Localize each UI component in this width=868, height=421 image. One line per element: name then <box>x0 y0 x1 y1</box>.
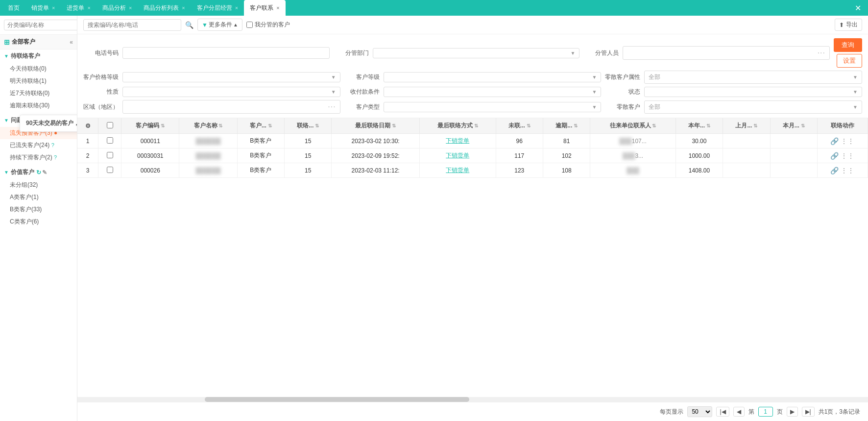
th-checkbox[interactable] <box>98 118 121 134</box>
th-contact[interactable]: 联络... <box>284 118 331 134</box>
th-last-contact-date[interactable]: 最后联络日期 <box>332 118 420 134</box>
th-code[interactable]: 客户编码 <box>121 118 179 134</box>
prev-page-btn[interactable]: ◀ <box>733 407 745 417</box>
data-table-container: ⚙ 客户编码 客户名称 客户... 联络... 最后联络日期 最后联络方式 未联… <box>77 118 868 397</box>
settings-btn[interactable]: 设置 <box>837 54 862 68</box>
value-refresh-icon[interactable]: ↻ <box>36 169 41 176</box>
payment-select[interactable]: ▼ <box>384 87 602 97</box>
tab-analysis-list-close[interactable]: × <box>182 5 185 11</box>
query-btn[interactable]: 查询 <box>834 38 862 52</box>
cell-type: B类客户 <box>237 163 284 178</box>
tab-contact-close[interactable]: × <box>276 5 279 11</box>
sidebar-item-declining[interactable]: 持续下滑客户(2) ? <box>0 151 77 164</box>
cell-last-contact-method[interactable]: 下销货单 <box>419 163 496 178</box>
sidebar-item-tomorrow[interactable]: 明天待联络(1) <box>0 75 77 87</box>
sidebar-item-7days[interactable]: 近7天待联络(0) <box>0 87 77 99</box>
sidebar-item-churned[interactable]: 已流失客户(24) ? <box>0 139 77 151</box>
more-conditions-btn[interactable]: ▼ 更多条件 ▲ <box>197 19 242 31</box>
price-tier-select[interactable]: ▼ <box>122 72 340 82</box>
cell-overdue: 81 <box>543 134 590 149</box>
cell-checkbox[interactable] <box>98 149 121 163</box>
cell-type: B类客户 <box>237 134 284 149</box>
status-select[interactable]: ▼ <box>644 87 862 97</box>
sidebar-group-pending[interactable]: ▼ 待联络客户 <box>0 50 77 63</box>
phone-input[interactable] <box>122 47 330 59</box>
sidebar-all-customers[interactable]: ⊞ 全部客户 « <box>0 35 77 50</box>
tab-sales-close[interactable]: × <box>52 5 55 11</box>
th-type[interactable]: 客户... <box>237 118 284 134</box>
sidebar-search-input[interactable] <box>4 20 77 30</box>
cell-checkbox[interactable] <box>98 163 121 178</box>
tab-analysis-list[interactable]: 商品分析列表 × <box>138 0 191 16</box>
per-page-select[interactable]: 50 100 200 <box>687 406 712 417</box>
price-tier-field: 客户价格等级 ▼ <box>83 72 340 82</box>
my-customers-checkbox[interactable] <box>246 22 253 28</box>
page-input[interactable] <box>758 407 773 417</box>
th-this-year[interactable]: 本年... <box>675 118 723 134</box>
export-btn[interactable]: ⬆ 导出 <box>835 19 862 31</box>
sidebar-collapse-icon[interactable]: « <box>70 39 73 46</box>
person-select[interactable]: ··· <box>623 46 830 60</box>
h-scrollbar[interactable] <box>77 397 868 402</box>
row-checkbox[interactable] <box>107 167 113 173</box>
h-scrollbar-thumb[interactable] <box>205 397 469 402</box>
retail-select[interactable]: 全部 ▼ <box>644 100 862 114</box>
tab-customer-segment[interactable]: 客户分层经营 × <box>191 0 244 16</box>
sidebar-group-problem[interactable]: ▼ 问题客户 90天未交易的客户，可能有流失风险。 <box>0 114 77 127</box>
action-contact-icon[interactable]: 🔗 <box>830 137 839 145</box>
retail-arrow-icon: ▼ <box>853 104 858 110</box>
th-unit-contacts[interactable]: 往来单位联系人 <box>590 118 675 134</box>
cell-checkbox[interactable] <box>98 134 121 149</box>
sidebar-item-ungrouped[interactable]: 未分组(32) <box>0 179 77 191</box>
retail-attr-field: 零散客户属性 全部 ▼ <box>605 71 862 84</box>
tab-analysis[interactable]: 商品分析 × <box>96 0 138 16</box>
th-settings[interactable]: ⚙ <box>77 118 98 134</box>
tab-purchase[interactable]: 进货单 × <box>61 0 96 16</box>
filter-search-icon[interactable]: 🔍 <box>185 21 193 29</box>
sidebar-item-c-class[interactable]: C类客户(6) <box>0 216 77 228</box>
cell-last-contact-method[interactable]: 下销货单 <box>419 149 496 163</box>
last-page-btn[interactable]: ▶| <box>802 407 815 417</box>
th-name[interactable]: 客户名称 <box>179 118 237 134</box>
cell-last-month <box>723 134 770 149</box>
tab-customer-contact[interactable]: 客户联系 × <box>244 0 285 16</box>
value-edit-icon[interactable]: ✎ <box>42 169 47 176</box>
tab-sales[interactable]: 销货单 × <box>25 0 61 16</box>
sidebar-group-value[interactable]: ▼ 价值客户 ↻ ✎ <box>0 166 77 179</box>
action-contact-icon[interactable]: 🔗 <box>830 167 839 174</box>
action-contact-icon[interactable]: 🔗 <box>830 152 839 160</box>
cell-last-contact-method[interactable]: 下销货单 <box>419 134 496 149</box>
action-more-icon[interactable]: ⋮⋮ <box>841 152 854 160</box>
select-all-checkbox[interactable] <box>107 122 113 128</box>
action-more-icon[interactable]: ⋮⋮ <box>841 137 854 145</box>
sidebar-item-today[interactable]: 今天待联络(0) <box>0 63 77 75</box>
first-page-btn[interactable]: |◀ <box>716 407 729 417</box>
sidebar-item-overdue[interactable]: 逾期未联络(30) <box>0 99 77 112</box>
tab-analysis-close[interactable]: × <box>129 5 132 11</box>
filter-search-input[interactable] <box>83 19 181 31</box>
tab-home[interactable]: 首页 <box>2 0 25 16</box>
th-overdue[interactable]: 逾期... <box>543 118 590 134</box>
region-select[interactable]: ··· <box>122 100 340 114</box>
dept-select[interactable]: ▼ <box>373 48 580 58</box>
tab-purchase-close[interactable]: × <box>87 5 90 11</box>
row-checkbox[interactable] <box>107 137 113 144</box>
customer-level-select[interactable]: ▼ <box>384 72 602 82</box>
my-customers-checkbox-label[interactable]: 我分管的客户 <box>246 21 290 29</box>
window-close-btn[interactable]: ✕ <box>850 3 866 13</box>
customer-type-select[interactable]: ▼ <box>384 102 602 112</box>
th-uncontacted[interactable]: 未联... <box>496 118 543 134</box>
sidebar-item-b-class[interactable]: B类客户(33) <box>0 203 77 216</box>
th-last-contact-method[interactable]: 最后联络方式 <box>419 118 496 134</box>
next-page-btn[interactable]: ▶ <box>787 407 798 417</box>
action-more-icon[interactable]: ⋮⋮ <box>841 167 854 174</box>
row-checkbox[interactable] <box>107 152 113 158</box>
th-last-month[interactable]: 上月... <box>723 118 770 134</box>
th-this-month[interactable]: 本月... <box>770 118 817 134</box>
tab-segment-close[interactable]: × <box>235 5 238 11</box>
retail-attr-select[interactable]: 全部 ▼ <box>644 71 862 84</box>
adv-filter-row-3: 性质 ▼ 收付款条件 ▼ 状态 <box>83 87 862 97</box>
content-area: 🔍 ▼ 更多条件 ▲ 我分管的客户 ⬆ 导出 电话号码 <box>77 16 868 421</box>
sidebar-item-a-class[interactable]: A类客户(1) <box>0 191 77 203</box>
nature-select[interactable]: ▼ <box>122 87 340 97</box>
